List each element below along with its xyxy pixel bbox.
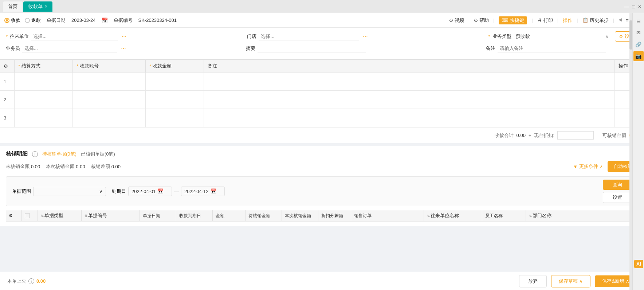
business-required: * (488, 34, 490, 39)
td-settlement-1[interactable] (15, 72, 73, 90)
td-account-3[interactable] (73, 109, 146, 127)
minimize-icon[interactable]: — (624, 4, 629, 9)
video-icon: ⊙ (449, 17, 453, 23)
scrollbar-area (629, 13, 632, 290)
bth-date: 单据日期 (140, 210, 176, 221)
th-settlement: * 结算方式 (15, 60, 73, 72)
help-btn[interactable]: ⊙ 帮助 (474, 17, 489, 24)
abandon-btn[interactable]: 放弃 (519, 275, 547, 287)
summary-field: 摘要 (246, 44, 366, 52)
td-settlement-3[interactable] (15, 109, 73, 127)
more-conditions-label: 更多条件 (579, 163, 598, 170)
tab-home[interactable]: 首页 (3, 1, 23, 12)
date-from-value: 2022-04-01 (131, 189, 156, 194)
bth-check[interactable] (22, 210, 38, 221)
tab-bar: 首页 收款单 × — □ × (0, 0, 644, 13)
partner-input[interactable] (31, 32, 118, 40)
equals-sign: = (597, 133, 600, 138)
history-label: 历史单据 (590, 17, 609, 24)
select-all-checkbox[interactable] (25, 213, 30, 218)
toolbar-right: ⊙ 视频 | ⊙ 帮助 | ⌨ 快捷键 | 🖨 打印 | 操作 | 📋 历史单据… (449, 16, 640, 24)
due-label: 到期日 (112, 188, 126, 195)
date-from-input[interactable]: 2022-04-01 📅 (128, 187, 172, 196)
shortcut-icon: ⌨ (502, 17, 508, 23)
business-dropdown-icon[interactable]: ∨ (605, 34, 609, 39)
chevron-up-icon: ∧ (600, 164, 603, 169)
th-settings[interactable]: ⚙ (0, 60, 15, 72)
more-conditions-btn[interactable]: ▼ 更多条件 ∧ (573, 163, 603, 170)
receipt-refund-toggle: 收款 退款 (4, 17, 41, 24)
note-input[interactable] (498, 44, 606, 52)
save-draft-label: 保存草稿 (559, 278, 578, 285)
range-filter: 单据范围 ∨ (12, 187, 106, 196)
td-note-3[interactable] (204, 109, 615, 127)
td-account-2[interactable] (73, 91, 146, 109)
range-dropdown-icon: ∨ (99, 189, 103, 194)
td-account-1[interactable] (73, 72, 146, 90)
calendar-icon[interactable]: 📅 (102, 17, 108, 23)
radio-refund[interactable]: 退款 (25, 17, 41, 24)
sidebar-mail-icon[interactable]: ✉ (633, 28, 644, 38)
tab-receipt[interactable]: 收款单 × (23, 1, 52, 12)
query-btn[interactable]: 查询 (603, 180, 632, 190)
verification-title: 核销明细 (6, 150, 28, 157)
store-input[interactable] (259, 32, 359, 40)
tab-close-icon[interactable]: × (45, 1, 47, 12)
save-draft-btn[interactable]: 保存草稿 ∧ (551, 275, 590, 287)
current-value: 0.00 (76, 164, 85, 169)
partner-more-btn[interactable]: ··· (122, 33, 126, 40)
sidebar-link-icon[interactable]: 🔗 (633, 39, 644, 50)
amount-value: 0.00 (517, 133, 526, 138)
bottom-right: 放弃 保存草稿 ∧ 保存&新增 ∧ (519, 275, 637, 287)
due-date-filter: 到期日 2022-04-01 📅 — 2022-04-12 📅 (112, 187, 225, 196)
td-amount-1[interactable] (146, 72, 204, 90)
date-separator: — (174, 189, 179, 194)
bth-settings[interactable]: ⚙ (6, 210, 22, 221)
radio-receive[interactable]: 收款 (4, 17, 20, 24)
done-tab[interactable]: 已核销单据(0笔) (81, 151, 115, 157)
td-note-2[interactable] (204, 91, 615, 109)
bottom-info-icon[interactable]: i (28, 278, 34, 284)
th-note: 备注 (204, 60, 615, 72)
radio-receive-dot (4, 18, 9, 23)
table-row: 2 🗑 ⧉ (0, 91, 644, 109)
shortcut-label: 快捷键 (510, 17, 524, 24)
td-amount-3[interactable] (146, 109, 204, 127)
ai-btn[interactable]: Ai (634, 260, 643, 268)
td-settlement-2[interactable] (15, 91, 73, 109)
unchecked-amount: 未核销金额 0.00 (6, 163, 40, 170)
doc-no-value: SK-20230324-001 (138, 17, 177, 23)
print-btn[interactable]: 🖨 打印 (537, 17, 553, 24)
store-more-btn[interactable]: ··· (363, 33, 368, 40)
shortcut-btn[interactable]: ⌨ 快捷键 (499, 16, 527, 24)
window-close-icon[interactable]: × (638, 4, 641, 9)
sidebar-camera-icon[interactable]: 📷 (633, 51, 644, 61)
salesperson-input[interactable] (22, 44, 117, 52)
pending-tab[interactable]: 待核销单据(0笔) (42, 151, 76, 157)
sidebar-table-icon[interactable]: ⊟ (633, 16, 644, 26)
td-amount-2[interactable] (146, 91, 204, 109)
history-btn[interactable]: 📋 历史单据 (582, 17, 609, 24)
table-footer: 收款合计 0.00 + 现金折扣: = 可核销金额 0.00 (0, 127, 644, 143)
calendar-to-icon[interactable]: 📅 (210, 188, 216, 194)
range-select[interactable]: ∨ (33, 187, 106, 196)
prev-icon[interactable]: ◀ (619, 17, 622, 24)
td-note-1[interactable] (204, 72, 615, 90)
calendar-from-icon[interactable]: 📅 (157, 188, 164, 194)
video-btn[interactable]: ⊙ 视频 (449, 17, 464, 24)
sort-icon2: ⇅ (85, 214, 87, 218)
filter-settings-btn[interactable]: 设置 (603, 192, 632, 203)
save-new-label: 保存&新增 (602, 278, 624, 285)
operate-btn[interactable]: 操作 (563, 17, 572, 24)
date-to-input[interactable]: 2022-04-12 📅 (181, 187, 225, 196)
salesperson-more-btn[interactable]: ··· (121, 45, 126, 52)
video-label: 视频 (455, 17, 464, 24)
info-icon[interactable]: i (32, 151, 38, 157)
scrollbar-thumb[interactable] (629, 20, 632, 50)
maximize-icon[interactable]: □ (632, 4, 635, 9)
store-field: 门店 ··· (247, 32, 368, 40)
bth-pending: 待核销金额 (246, 210, 282, 221)
summary-input[interactable] (258, 44, 366, 52)
discount-input[interactable] (557, 131, 594, 140)
bth-current: 本次核销金额 (282, 210, 318, 221)
